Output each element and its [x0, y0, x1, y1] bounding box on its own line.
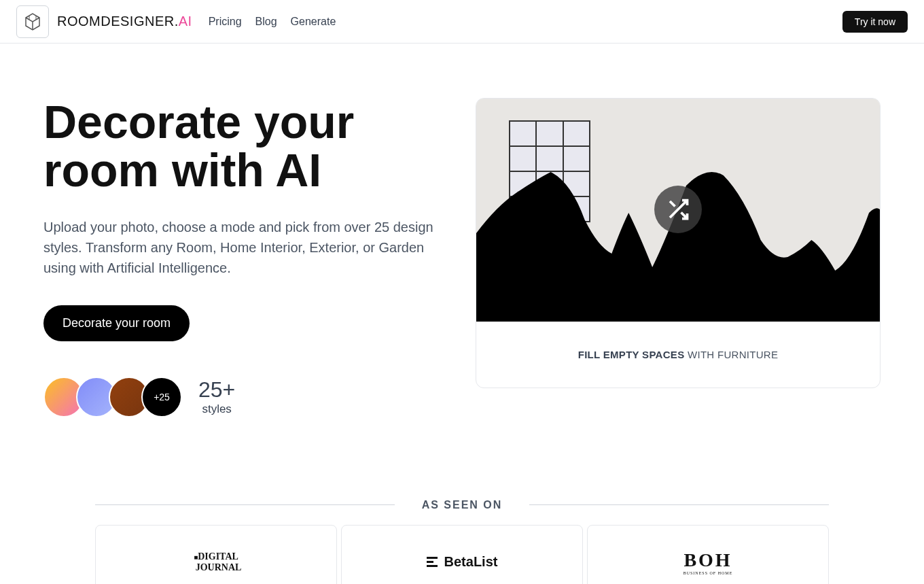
- brand-text: ROOMDESIGNER.: [57, 14, 179, 29]
- as-seen-label: AS SEEN ON: [422, 499, 503, 511]
- as-seen-divider: AS SEEN ON: [95, 499, 829, 511]
- betalist-text: BetaList: [444, 554, 498, 570]
- logo-section[interactable]: ROOMDESIGNER.AI: [16, 5, 192, 38]
- styles-label: styles: [198, 402, 235, 416]
- divider-line-left: [95, 504, 395, 505]
- logo-icon: [16, 5, 49, 38]
- boh-text: BOH: [683, 549, 733, 571]
- hero-left: Decorate your room with AI Upload your p…: [43, 98, 435, 417]
- as-seen-section: AS SEEN ON ■DIGITAL JOURNAL BetaList BOH…: [48, 499, 876, 584]
- styles-section: +25 25+ styles: [43, 377, 435, 417]
- press-logos-row: ■DIGITAL JOURNAL BetaList BOH BUSINESS O…: [95, 525, 829, 584]
- nav-links: Pricing Blog Generate: [209, 16, 336, 28]
- decorate-room-button[interactable]: Decorate your room: [43, 305, 190, 341]
- styles-number: 25+: [198, 377, 235, 402]
- nav-link-blog[interactable]: Blog: [255, 16, 277, 28]
- press-logo-boh[interactable]: BOH BUSINESS OF HOME: [587, 525, 829, 584]
- brand-suffix: AI: [179, 14, 192, 29]
- hero-right: FILL EMPTY SPACES WITH FURNITURE: [476, 98, 881, 417]
- nav-link-generate[interactable]: Generate: [291, 16, 336, 28]
- navbar: ROOMDESIGNER.AI Pricing Blog Generate Tr…: [0, 0, 924, 44]
- betalist-icon: [427, 557, 438, 567]
- hero-subtitle: Upload your photo, choose a mode and pic…: [43, 217, 435, 278]
- styles-text: 25+ styles: [198, 377, 235, 416]
- try-it-now-button[interactable]: Try it now: [842, 11, 908, 33]
- style-avatars: +25: [43, 377, 182, 417]
- caption-bold: FILL EMPTY SPACES: [578, 349, 685, 360]
- brand-name: ROOMDESIGNER.AI: [57, 14, 192, 29]
- divider-line-right: [529, 504, 829, 505]
- preview-card: FILL EMPTY SPACES WITH FURNITURE: [476, 98, 881, 388]
- boh-subtitle: BUSINESS OF HOME: [683, 571, 733, 575]
- preview-caption: FILL EMPTY SPACES WITH FURNITURE: [476, 322, 880, 388]
- press-logo-betalist[interactable]: BetaList: [341, 525, 583, 584]
- hero-section: Decorate your room with AI Upload your p…: [0, 44, 924, 445]
- press-logo-digital-journal[interactable]: ■DIGITAL JOURNAL: [95, 525, 337, 584]
- shuffle-icon[interactable]: [654, 186, 702, 233]
- hero-title: Decorate your room with AI: [43, 98, 435, 195]
- style-count-badge: +25: [141, 377, 182, 417]
- caption-rest: WITH FURNITURE: [684, 349, 778, 360]
- overlay-silhouette: [476, 145, 880, 322]
- preview-image: [476, 99, 880, 322]
- nav-link-pricing[interactable]: Pricing: [209, 16, 242, 28]
